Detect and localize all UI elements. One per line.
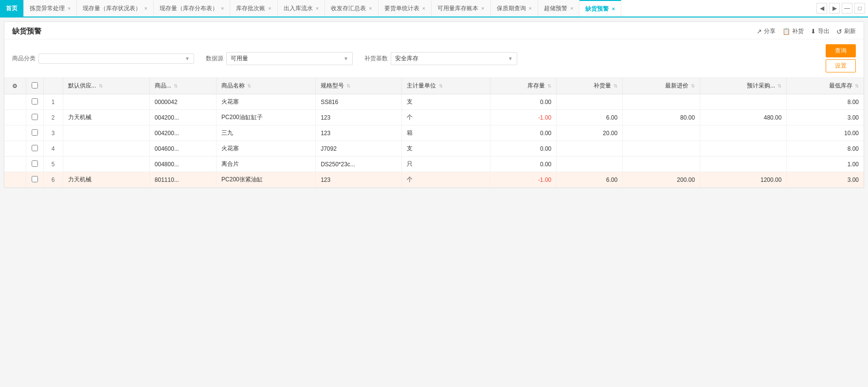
row-unit: 个 bbox=[402, 172, 490, 188]
category-select[interactable]: ▼ bbox=[38, 53, 194, 64]
main-content: 缺货预警 ↗ 分享 📋 补货 ⬇ 导出 ↺ 刷新 商品分类 bbox=[4, 21, 864, 188]
tab-batch-close[interactable]: × bbox=[268, 5, 271, 11]
filter-row: 商品分类 ▼ 数据源 可用量 ▼ 补货基数 安全库存 ▼ 查询 设置 bbox=[4, 39, 864, 78]
row-checkbox[interactable] bbox=[32, 145, 38, 151]
restock-basis-select[interactable]: 安全库存 ▼ bbox=[391, 52, 517, 65]
share-label: 分享 bbox=[764, 27, 776, 35]
tab-inout-flow-close[interactable]: × bbox=[316, 5, 319, 11]
tab-collect-summary[interactable]: 收发存汇总表 × bbox=[325, 0, 378, 17]
col-supplier-header[interactable]: 默认供应... ⇅ bbox=[63, 78, 149, 94]
col-checkbox-header[interactable] bbox=[26, 78, 43, 94]
row-est-purchase bbox=[700, 141, 787, 157]
tab-next-button[interactable]: ▶ bbox=[829, 3, 840, 14]
query-button[interactable]: 查询 bbox=[826, 44, 856, 57]
tab-inventory-dist-label: 现存量（库存分布表） bbox=[160, 4, 218, 13]
tab-available-ledger-label: 可用量库存账本 bbox=[437, 4, 478, 13]
col-code-header[interactable]: 商品... ⇅ bbox=[149, 78, 216, 94]
table-row[interactable]: 4 004600... 火花塞 J7092 支 0.00 8.00 bbox=[4, 141, 864, 157]
row-name: PC200张紧油缸 bbox=[217, 172, 316, 188]
tab-inventory-dist-close[interactable]: × bbox=[221, 5, 224, 11]
row-checkbox-cell[interactable] bbox=[26, 157, 43, 172]
row-stock: 0.00 bbox=[490, 94, 557, 110]
tab-overstock-close[interactable]: × bbox=[570, 5, 573, 11]
tab-exception[interactable]: 拣货异常处理 × bbox=[24, 0, 77, 17]
tab-minimize-button[interactable]: — bbox=[842, 3, 852, 14]
tab-prev-button[interactable]: ◀ bbox=[816, 3, 827, 14]
row-stock: 0.00 bbox=[490, 125, 557, 141]
row-checkbox[interactable] bbox=[32, 160, 38, 167]
table-row[interactable]: 5 004800... 离合片 DS250*23c... 只 0.00 1.00 bbox=[4, 157, 864, 172]
tab-expiry-close[interactable]: × bbox=[529, 5, 532, 11]
tab-available-ledger[interactable]: 可用量库存账本 × bbox=[432, 0, 490, 17]
row-checkbox-cell[interactable] bbox=[26, 125, 43, 141]
table-row[interactable]: 1 0000042 火花塞 SS816 支 0.00 8.00 bbox=[4, 94, 864, 110]
tab-inout-flow[interactable]: 出入库流水 × bbox=[278, 0, 325, 17]
tab-maximize-button[interactable]: □ bbox=[854, 3, 865, 14]
row-min-stock: 8.00 bbox=[787, 94, 864, 110]
tab-collect-summary-close[interactable]: × bbox=[369, 5, 372, 11]
row-checkbox-cell[interactable] bbox=[26, 141, 43, 157]
filter-actions: 查询 设置 bbox=[826, 44, 856, 72]
restock-button[interactable]: 📋 补货 bbox=[782, 27, 804, 35]
row-checkbox[interactable] bbox=[32, 114, 38, 120]
row-checkbox[interactable] bbox=[32, 129, 38, 136]
row-spec: 123 bbox=[316, 110, 402, 125]
table-header-row: ⚙ 默认供应... ⇅ 商品... ⇅ 商品名称 bbox=[4, 78, 864, 94]
table-container: ⚙ 默认供应... ⇅ 商品... ⇅ 商品名称 bbox=[4, 78, 864, 188]
datasource-label: 数据源 bbox=[206, 54, 223, 63]
col-unit-header[interactable]: 主计量单位 ⇅ bbox=[402, 78, 490, 94]
col-stock-header[interactable]: 库存量 ⇅ bbox=[490, 78, 557, 94]
row-restock: 6.00 bbox=[557, 110, 623, 125]
tab-order-stats[interactable]: 要货单统计表 × bbox=[379, 0, 432, 17]
datasource-value: 可用量 bbox=[231, 54, 248, 63]
table-row[interactable]: 3 004200... 三九 123 箱 0.00 20.00 10.00 bbox=[4, 125, 864, 141]
row-checkbox-cell[interactable] bbox=[26, 110, 43, 125]
tab-home-label: 首页 bbox=[6, 4, 18, 13]
export-label: 导出 bbox=[818, 27, 830, 35]
share-button[interactable]: ↗ 分享 bbox=[757, 27, 776, 35]
tab-order-stats-close[interactable]: × bbox=[422, 5, 425, 11]
col-latest-price-header[interactable]: 最新进价 ⇅ bbox=[623, 78, 700, 94]
row-est-purchase bbox=[700, 125, 787, 141]
row-checkbox-cell[interactable] bbox=[26, 172, 43, 188]
tab-inventory-dist[interactable]: 现存量（库存分布表） × bbox=[154, 0, 230, 17]
col-min-stock-header[interactable]: 最低库存 ⇅ bbox=[787, 78, 864, 94]
refresh-button[interactable]: ↺ 刷新 bbox=[836, 27, 856, 35]
tab-inventory-status-close[interactable]: × bbox=[144, 5, 147, 11]
tab-batch[interactable]: 库存批次账 × bbox=[230, 0, 277, 17]
select-all-checkbox[interactable] bbox=[32, 82, 38, 88]
tab-overstock[interactable]: 超储预警 × bbox=[538, 0, 579, 17]
tab-available-ledger-close[interactable]: × bbox=[481, 5, 484, 11]
share-icon: ↗ bbox=[757, 28, 762, 35]
tab-inventory-status[interactable]: 现存量（库存状况表） × bbox=[77, 0, 153, 17]
row-checkbox-cell[interactable] bbox=[26, 94, 43, 110]
tab-home[interactable]: 首页 bbox=[0, 0, 24, 17]
col-spec-header[interactable]: 规格型号 ⇅ bbox=[316, 78, 402, 94]
col-gear[interactable]: ⚙ bbox=[4, 78, 26, 94]
export-button[interactable]: ⬇ 导出 bbox=[811, 27, 830, 35]
tab-shortage-close[interactable]: × bbox=[612, 6, 615, 12]
row-checkbox[interactable] bbox=[32, 176, 38, 182]
row-code: 004600... bbox=[149, 141, 216, 157]
settings-button[interactable]: 设置 bbox=[826, 59, 856, 72]
row-gear bbox=[4, 172, 26, 188]
row-supplier bbox=[63, 141, 149, 157]
tab-expiry[interactable]: 保质期查询 × bbox=[491, 0, 538, 17]
row-checkbox[interactable] bbox=[32, 98, 38, 105]
col-name-header[interactable]: 商品名称 ⇅ bbox=[217, 78, 316, 94]
row-est-purchase: 480.00 bbox=[700, 110, 787, 125]
table-row[interactable]: 2 力天机械 004200... PC200油缸缸子 123 个 -1.00 6… bbox=[4, 110, 864, 125]
row-index: 2 bbox=[43, 110, 63, 125]
tab-inout-flow-label: 出入库流水 bbox=[284, 4, 313, 13]
datasource-select[interactable]: 可用量 ▼ bbox=[226, 52, 353, 65]
restock-basis-label: 补货基数 bbox=[364, 54, 388, 63]
table-row[interactable]: 6 力天机械 801110... PC200张紧油缸 123 个 -1.00 6… bbox=[4, 172, 864, 188]
tab-shortage[interactable]: 缺货预警 × bbox=[579, 0, 621, 17]
col-est-purchase-header[interactable]: 预计采购... ⇅ bbox=[700, 78, 787, 94]
row-latest-price: 200.00 bbox=[623, 172, 700, 188]
col-restock-header[interactable]: 补货量 ⇅ bbox=[557, 78, 623, 94]
col-unit-label: 主计量单位 bbox=[407, 82, 436, 89]
category-chevron-icon: ▼ bbox=[185, 56, 190, 61]
row-min-stock: 8.00 bbox=[787, 141, 864, 157]
tab-exception-close[interactable]: × bbox=[68, 5, 71, 11]
